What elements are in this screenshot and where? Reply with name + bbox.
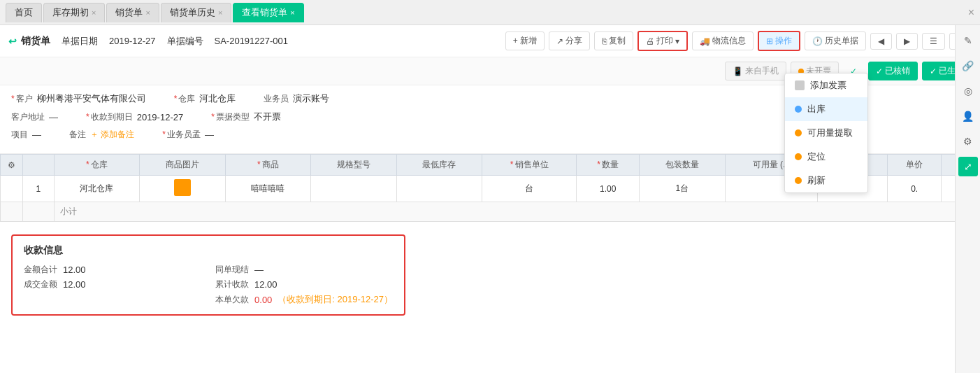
due-date-label: 收款到期日 [86, 111, 133, 123]
available-qty-label: 可用量提取 [807, 127, 853, 139]
print-button[interactable]: 🖨 打印 ▾ [637, 31, 688, 51]
td-subtotal-spacer [1, 202, 23, 222]
table-subtotal-row: 小计 [1, 202, 980, 222]
td-settings [1, 176, 23, 202]
verify-button[interactable]: ✓ 已核销 [868, 62, 918, 80]
product-image [174, 179, 191, 196]
th-product-img: 商品图片 [140, 155, 226, 176]
td-subtotal-label: 小计 [54, 202, 979, 222]
td-seq: 1 [23, 176, 55, 202]
project-field: 项目 — [11, 129, 41, 141]
tab-sales-history[interactable]: 销货单历史 × [161, 3, 231, 22]
truck-icon: 🚚 [700, 36, 710, 46]
add-remark-button[interactable]: ＋ 添加备注 [90, 129, 134, 141]
locate-label: 定位 [807, 150, 826, 163]
project-value: — [32, 129, 41, 140]
tab-view-sales-close[interactable]: × [290, 8, 294, 17]
tab-home[interactable]: 首页 [6, 3, 42, 22]
header-actions: + 新增 ↗ 分享 ⎘ 复制 🖨 打印 ▾ 🚚 物流信息 ⊞ 操作 [505, 31, 972, 51]
doc-header: ↩ 销货单 单据日期 2019-12-27 单据编号 SA-20191227-0… [0, 25, 980, 57]
dropdown-outbound[interactable]: 出库 [785, 97, 867, 121]
tab-bar-close[interactable]: × [968, 6, 974, 19]
arrears-row: 本单欠款 0.00 （收款到期日: 2019-12-27） [215, 293, 393, 306]
sales-staff-label: 业务员孟 [162, 129, 201, 141]
td-spec [311, 176, 397, 202]
tab-sales-label: 销货单 [115, 6, 143, 19]
tab-inventory-label: 库存期初 [52, 6, 89, 19]
address-label: 客户地址 [11, 111, 45, 123]
due-date-field: 收款到期日 2019-12-27 [86, 111, 183, 123]
sidebar-user-icon[interactable]: 👤 [958, 106, 978, 126]
doc-meta: 单据日期 2019-12-27 单据编号 SA-20191227-001 [62, 35, 288, 48]
doc-icon: ↩ [8, 36, 17, 47]
th-pack-qty: 包装数量 [640, 155, 726, 176]
ticket-type-field: 票据类型 不开票 [211, 111, 281, 123]
dropdown-add-invoice[interactable]: 添加发票 [785, 73, 867, 97]
new-button[interactable]: + 新增 [505, 31, 545, 50]
th-seq [23, 155, 55, 176]
date-label: 单据日期 [62, 35, 98, 48]
share-icon: ↗ [556, 36, 563, 46]
operate-button[interactable]: ⊞ 操作 [758, 31, 800, 51]
sidebar-link-icon[interactable]: 🔗 [958, 56, 978, 76]
deal-amount-label: 成交金额 [24, 279, 57, 290]
print-icon: 🖨 [646, 36, 654, 46]
staff-label: 业务员 [264, 93, 289, 105]
same-order-row: 同单现结 — [215, 264, 393, 276]
share-button[interactable]: ↗ 分享 [549, 31, 590, 50]
remark-field: 备注 ＋ 添加备注 [69, 129, 134, 141]
sales-staff-value: — [205, 129, 214, 140]
sidebar-circle-icon[interactable]: ◎ [958, 81, 978, 101]
th-settings[interactable]: ⚙ [1, 155, 23, 176]
tab-sales[interactable]: 销货单 × [106, 3, 159, 22]
th-unit-price: 单价 [888, 155, 942, 176]
add-invoice-label: 添加发票 [810, 79, 846, 92]
ticket-type-label: 票据类型 [211, 111, 250, 123]
arrears-label: 本单欠款 [215, 294, 249, 306]
locate-dot [795, 153, 802, 160]
copy-icon: ⎘ [602, 36, 607, 46]
prev-button[interactable]: ◀ [870, 33, 892, 50]
th-quantity: 数量 [577, 155, 640, 176]
th-min-stock: 最低库存 [396, 155, 482, 176]
from-phone-button[interactable]: 📱 来自手机 [725, 62, 786, 80]
invoice-icon [795, 80, 805, 90]
dropdown-refresh[interactable]: 刷新 [785, 169, 867, 192]
tab-view-sales[interactable]: 查看销货单 × [233, 3, 303, 22]
tab-inventory-close[interactable]: × [92, 8, 96, 17]
tab-inventory[interactable]: 库存期初 × [43, 3, 105, 22]
print-dropdown-icon: ▾ [675, 36, 679, 46]
next-button[interactable]: ▶ [896, 33, 918, 50]
tab-home-label: 首页 [15, 6, 33, 19]
arrears-hint: （收款到期日: 2019-12-27） [278, 293, 393, 306]
total-amount-label: 金额合计 [24, 264, 57, 276]
warehouse-field: 仓库 河北仓库 [174, 92, 236, 105]
dropdown-locate[interactable]: 定位 [785, 145, 867, 169]
td-min-stock [396, 176, 482, 202]
list-view-button[interactable]: ☰ [922, 33, 945, 50]
th-sales-unit: 销售单位 [482, 155, 577, 176]
arrears-value: 0.00 [254, 295, 272, 305]
dropdown-available-qty[interactable]: 可用量提取 [785, 121, 867, 145]
outbound-label: 出库 [807, 103, 826, 115]
logistics-button[interactable]: 🚚 物流信息 [692, 31, 754, 50]
operate-dropdown: 添加发票 出库 可用量提取 定位 刷新 [784, 73, 868, 193]
td-product-img [140, 176, 226, 202]
sidebar-settings-icon[interactable]: ⚙ [958, 132, 978, 151]
main-area: ↩ 销货单 单据日期 2019-12-27 单据编号 SA-20191227-0… [0, 25, 980, 373]
td-quantity: 1.00 [577, 176, 640, 202]
sidebar-expand-icon[interactable]: ⤢ [958, 157, 978, 176]
sidebar-edit-icon[interactable]: ✎ [958, 31, 978, 50]
tab-sales-close[interactable]: × [145, 8, 150, 17]
td-sales-unit: 台 [482, 176, 577, 202]
phone-icon: 📱 [733, 66, 743, 76]
check-icon: ✓ [876, 66, 883, 76]
tab-sales-history-close[interactable]: × [218, 8, 222, 17]
cumulative-label: 累计收款 [215, 279, 249, 290]
copy-button[interactable]: ⎘ 复制 [594, 31, 633, 50]
outbound-dot [795, 106, 802, 113]
history-button[interactable]: 🕐 历史单据 [805, 31, 866, 50]
due-date-value: 2019-12-27 [137, 112, 184, 122]
staff-field: 业务员 演示账号 [264, 92, 329, 105]
effective-icon: ✓ [930, 66, 937, 76]
